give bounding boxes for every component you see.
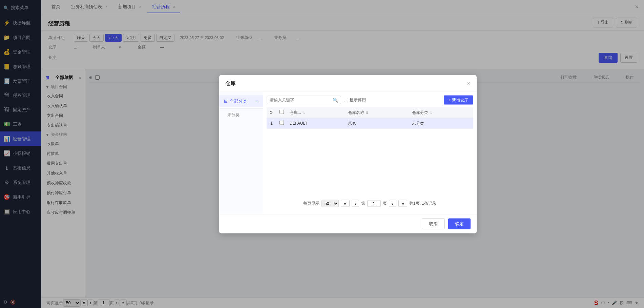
modal-collapse-icon[interactable]: «	[255, 99, 258, 104]
col-name: 仓库名称 ⇅	[345, 107, 409, 118]
modal-search-input[interactable]	[270, 98, 331, 102]
grid-icon: ⊞	[224, 99, 228, 104]
modal-header: 仓库 ×	[219, 75, 477, 92]
modal-page-size-select[interactable]: 50100	[321, 200, 339, 207]
col-gear[interactable]: ⚙	[267, 107, 277, 118]
cancel-button[interactable]: 取消	[422, 218, 445, 229]
modal-page-label: 页	[383, 201, 387, 206]
modal-close-icon[interactable]: ×	[467, 80, 471, 87]
page-size-label: 每页显示	[303, 201, 319, 206]
modal-title: 仓库	[225, 80, 235, 86]
modal-page-word: 第	[361, 201, 365, 206]
table-select-all[interactable]	[279, 110, 284, 114]
modal-uncategorized[interactable]: 未分类	[219, 110, 263, 120]
modal-next-page[interactable]: ›	[389, 200, 396, 207]
modal-all-category[interactable]: ⊞ 全部分类 «	[219, 95, 263, 107]
modal-toolbar: 🔍 显示停用 + 新增仓库	[267, 95, 473, 104]
modal-prev-page[interactable]: ‹	[352, 200, 359, 207]
warehouse-modal: 仓库 × ⊞ 全部分类 « 未分类 🔍 显	[219, 75, 477, 233]
row-code: DEFAULT	[287, 118, 346, 129]
modal-right-panel: 🔍 显示停用 + 新增仓库 ⚙	[263, 92, 477, 214]
sort-icon-code[interactable]: ⇅	[302, 110, 305, 114]
table-row[interactable]: 1 DEFAULT 总仓 未分类	[267, 118, 473, 129]
modal-left-panel: ⊞ 全部分类 « 未分类	[219, 92, 263, 214]
modal-search-box[interactable]: 🔍	[267, 96, 341, 104]
gear-icon[interactable]: ⚙	[269, 110, 273, 115]
modal-table: ⚙ 仓库... ⇅ 仓库名称 ⇅	[267, 107, 473, 129]
modal-table-header: ⚙ 仓库... ⇅ 仓库名称 ⇅	[267, 107, 473, 118]
modal-pagination: 每页显示 50100 « ‹ 第 页 › » 共1页, 1条记录	[267, 196, 473, 210]
search-icon: 🔍	[333, 97, 338, 102]
modal-footer: 取消 确定	[219, 214, 477, 233]
all-category-label: 全部分类	[230, 98, 247, 104]
row-num: 1	[267, 118, 277, 129]
col-category: 仓库分类 ⇅	[409, 107, 473, 118]
row-category: 未分类	[409, 118, 473, 129]
add-warehouse-button[interactable]: + 新增仓库	[444, 95, 473, 104]
modal-body: ⊞ 全部分类 « 未分类 🔍 显示停用 + 新增仓库	[219, 92, 477, 214]
show-disabled-label[interactable]: 显示停用	[344, 97, 366, 103]
modal-last-page[interactable]: »	[398, 200, 407, 207]
modal-divider	[219, 108, 263, 108]
sort-icon-category[interactable]: ⇅	[429, 110, 432, 114]
modal-total-text: 共1页, 1条记录	[409, 201, 436, 206]
sort-icon-name[interactable]: ⇅	[366, 110, 368, 114]
show-disabled-checkbox[interactable]	[344, 98, 348, 102]
confirm-button[interactable]: 确定	[448, 218, 471, 229]
modal-table-container: ⚙ 仓库... ⇅ 仓库名称 ⇅	[267, 107, 473, 196]
modal-page-input[interactable]	[367, 200, 381, 207]
row-name: 总仓	[345, 118, 409, 129]
modal-first-page[interactable]: «	[341, 200, 349, 207]
row-checkbox[interactable]	[277, 118, 287, 129]
col-checkbox[interactable]	[277, 107, 287, 118]
col-code: 仓库... ⇅	[287, 107, 346, 118]
